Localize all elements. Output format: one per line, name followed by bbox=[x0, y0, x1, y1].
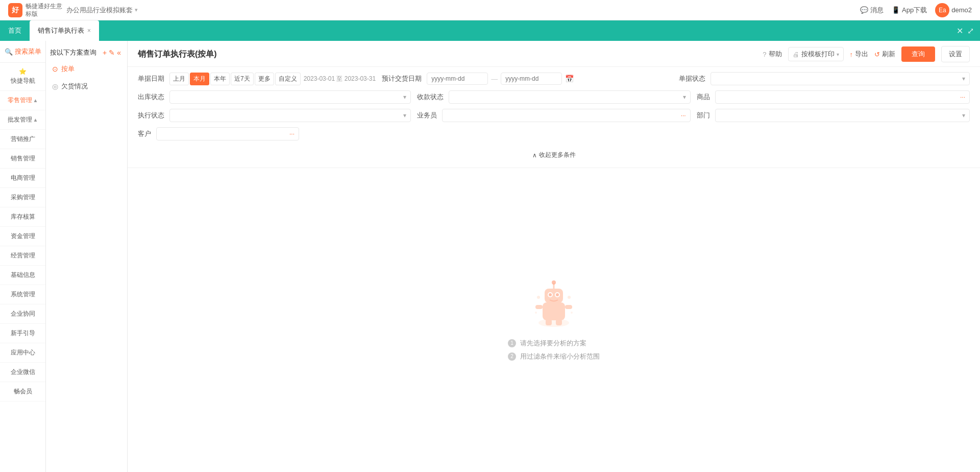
salesperson-ellipsis-icon[interactable]: ··· bbox=[681, 112, 686, 119]
sidebar-item-member[interactable]: 畅会员 bbox=[0, 382, 45, 402]
payment-status-select[interactable]: ▾ bbox=[449, 90, 690, 104]
filter-row-1: 单据日期 上月 本月 本年 近7天 更多 自定义 2023-03-01 至 20… bbox=[138, 72, 970, 85]
sidebar-item-appstore[interactable]: 应用中心 bbox=[0, 343, 45, 363]
salesperson-input[interactable]: ··· bbox=[442, 109, 690, 122]
date-7days-btn[interactable]: 近7天 bbox=[231, 73, 254, 85]
sidebar-item-inventory[interactable]: 库存核算 bbox=[0, 207, 45, 227]
logo-icon: 好 bbox=[8, 3, 22, 17]
svg-point-14 bbox=[568, 296, 571, 299]
tab-sales-order[interactable]: 销售订单执行表 × bbox=[30, 20, 99, 41]
help-icon: ? bbox=[763, 51, 766, 58]
empty-state: 1 请先选择要分析的方案 2 用过滤条件来缩小分析范围 bbox=[128, 168, 980, 472]
tab-bar: 首页 销售订单执行表 × ✕ ⤢ bbox=[0, 20, 980, 41]
template-print-arrow-icon: ▾ bbox=[837, 52, 839, 57]
svg-rect-9 bbox=[535, 305, 543, 309]
sidebar-item-operation[interactable]: 经营管理 bbox=[0, 246, 45, 266]
tab-actions: ✕ ⤢ bbox=[957, 26, 980, 36]
status-select[interactable]: ▾ bbox=[710, 72, 970, 85]
goods-ellipsis-icon[interactable]: ··· bbox=[960, 93, 965, 101]
sidebar: 🔍 搜索菜单 ⭐ 快捷导航 零售管理 ▲ 批发管理 ▲ 营销推广 销售管理 电商… bbox=[0, 41, 46, 472]
date-prev-month-btn[interactable]: 上月 bbox=[169, 73, 189, 85]
finance-label: 资金管理 bbox=[11, 232, 35, 241]
svg-point-8 bbox=[552, 280, 556, 285]
user-profile[interactable]: Ea demo2 bbox=[935, 3, 972, 17]
sidebar-item-purchase[interactable]: 采购管理 bbox=[0, 188, 45, 207]
sidebar-item-marketing[interactable]: 营销推广 bbox=[0, 130, 45, 149]
filter-row-2: 出库状态 ▾ 收款状态 ▾ 商品 bbox=[138, 90, 970, 104]
date-more-btn[interactable]: 更多 bbox=[255, 73, 274, 85]
date-custom-btn[interactable]: 自定义 bbox=[275, 73, 301, 85]
sidebar-item-wholesale[interactable]: 批发管理 ▲ bbox=[0, 110, 45, 130]
window-expand-icon[interactable]: ⤢ bbox=[967, 26, 974, 36]
calendar-icon[interactable]: 📅 bbox=[565, 75, 574, 83]
sidebar-item-wechat[interactable]: 企业微信 bbox=[0, 363, 45, 382]
export-button[interactable]: ↑ 导出 bbox=[850, 50, 869, 59]
search-menu-button[interactable]: 🔍 搜索菜单 bbox=[4, 45, 41, 58]
quick-nav-icon: ⭐ bbox=[19, 68, 27, 75]
customer-ellipsis-icon[interactable]: ··· bbox=[289, 130, 295, 137]
search-icon: 🔍 bbox=[5, 48, 13, 56]
cooperation-label: 企业协同 bbox=[11, 310, 35, 318]
sidebar-item-newbie[interactable]: 新手引导 bbox=[0, 324, 45, 343]
template-print-label: 按模板打印 bbox=[801, 50, 835, 59]
collapse-label: 收起更多条件 bbox=[539, 151, 576, 159]
avatar-initials: Ea bbox=[939, 7, 946, 14]
exec-status-label: 执行状态 bbox=[138, 111, 166, 120]
svg-point-13 bbox=[537, 296, 540, 299]
sidebar-item-basic-info[interactable]: 基础信息 bbox=[0, 266, 45, 285]
window-close-icon[interactable]: ✕ bbox=[957, 26, 963, 36]
edit-plan-button[interactable]: ✎ bbox=[109, 49, 115, 57]
logo-line2: 标版 bbox=[26, 10, 62, 17]
plan-item-shortage[interactable]: ◎ 欠货情况 bbox=[46, 78, 127, 95]
customer-label: 客户 bbox=[138, 129, 153, 138]
template-print-button[interactable]: 🖨 按模板打印 ▾ bbox=[788, 47, 844, 61]
sidebar-item-cooperation[interactable]: 企业协同 bbox=[0, 304, 45, 324]
message-button[interactable]: 💬 消息 bbox=[860, 6, 884, 15]
status-select-arrow-icon: ▾ bbox=[962, 75, 965, 82]
svg-point-6 bbox=[556, 293, 559, 296]
sidebar-item-retail[interactable]: 零售管理 ▲ bbox=[0, 91, 45, 110]
customer-input[interactable]: ··· bbox=[156, 127, 299, 140]
retail-arrow-icon: ▲ bbox=[33, 98, 38, 103]
sidebar-item-system[interactable]: 系统管理 bbox=[0, 285, 45, 304]
export-icon: ↑ bbox=[850, 51, 853, 58]
app-download-button[interactable]: 📱 App下载 bbox=[892, 6, 927, 15]
tip-1-num: 1 bbox=[508, 339, 516, 347]
sidebar-item-finance[interactable]: 资金管理 bbox=[0, 227, 45, 246]
exec-status-select[interactable]: ▾ bbox=[169, 109, 411, 122]
export-label: 导出 bbox=[855, 50, 868, 59]
filter-section: 单据日期 上月 本月 本年 近7天 更多 自定义 2023-03-01 至 20… bbox=[128, 67, 980, 168]
help-button[interactable]: ? 帮助 bbox=[763, 50, 781, 59]
breadcrumb-arrow-icon[interactable]: ▾ bbox=[135, 7, 138, 13]
tab-home[interactable]: 首页 bbox=[0, 20, 30, 41]
date-quick-btns: 上月 本月 本年 近7天 更多 自定义 bbox=[169, 73, 301, 85]
out-status-select[interactable]: ▾ bbox=[169, 90, 411, 104]
filter-row-4: 客户 ··· bbox=[138, 127, 970, 140]
date-label: 单据日期 bbox=[138, 74, 166, 83]
setting-button[interactable]: 设置 bbox=[941, 46, 970, 62]
sidebar-item-ecommerce[interactable]: 电商管理 bbox=[0, 169, 45, 188]
expected-date-from-input[interactable] bbox=[427, 73, 488, 85]
filter-payment-status: 收款状态 ▾ bbox=[417, 90, 690, 104]
dept-select[interactable]: ▾ bbox=[715, 109, 970, 122]
basic-info-label: 基础信息 bbox=[11, 271, 35, 279]
refresh-button[interactable]: ↺ 刷新 bbox=[874, 50, 895, 59]
left-panel-header: 按以下方案查询 + ✎ « bbox=[46, 45, 127, 60]
query-button[interactable]: 查询 bbox=[901, 46, 935, 62]
top-bar-right: 💬 消息 📱 App下载 Ea demo2 bbox=[860, 3, 972, 17]
collapse-button[interactable]: ∧ 收起更多条件 bbox=[138, 148, 970, 162]
date-this-year-btn[interactable]: 本年 bbox=[210, 73, 230, 85]
sidebar-item-sales[interactable]: 销售管理 bbox=[0, 149, 45, 169]
plan-item-by-order[interactable]: ⊙ 按单 bbox=[46, 60, 127, 78]
plan-item-shortage-icon: ◎ bbox=[52, 82, 58, 90]
goods-input[interactable]: ··· bbox=[715, 90, 970, 104]
page-actions: ? 帮助 🖨 按模板打印 ▾ ↑ 导出 ↺ 刷新 bbox=[763, 46, 970, 62]
date-this-month-btn[interactable]: 本月 bbox=[190, 73, 209, 85]
tab-close-icon[interactable]: × bbox=[87, 27, 91, 34]
message-icon: 💬 bbox=[860, 6, 868, 14]
collapse-section: ∧ 收起更多条件 bbox=[138, 146, 970, 166]
add-plan-button[interactable]: + bbox=[103, 49, 107, 57]
collapse-panel-button[interactable]: « bbox=[117, 49, 121, 57]
expected-date-to-input[interactable] bbox=[501, 73, 562, 85]
sidebar-item-quick-nav[interactable]: ⭐ 快捷导航 bbox=[0, 63, 45, 91]
